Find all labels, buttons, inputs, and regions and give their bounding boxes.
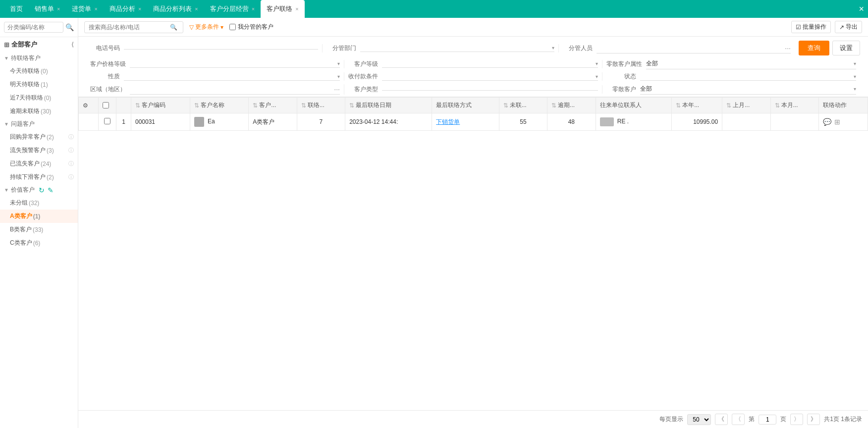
sort-icon-contacts: ⇅ [301,102,306,109]
th-name[interactable]: ⇅ 客户名称 [190,98,249,113]
chat-icon[interactable]: 💬 [823,118,831,126]
select-all-checkbox[interactable] [103,102,109,108]
td-last-month [722,113,770,131]
filter-region-select[interactable]: ··· [130,84,340,95]
nav-tab-sales[interactable]: 销售单 × [29,0,66,18]
sort-icon-level: ⇅ [253,102,258,109]
sidebar-search-input[interactable] [4,22,63,33]
sort-icon-last-month: ⇅ [726,102,731,109]
sidebar-group-pending[interactable]: ▼ 待联络客户 [0,52,78,64]
page-size-select[interactable]: 50 [687,414,711,425]
sidebar-item-churn-warning[interactable]: 流失预警客户 (3) ⓘ [0,144,78,157]
th-overdue[interactable]: ⇅ 逾期... [547,98,596,113]
td-level: A类客户 [249,113,297,131]
td-this-month [770,113,818,131]
contact-method-link[interactable]: 下销货单 [436,118,460,125]
qr-icon[interactable]: ⊞ [834,118,840,126]
region-dots-icon[interactable]: ··· [334,85,340,93]
close-all-btn[interactable]: × [859,4,864,14]
th-this-month[interactable]: ⇅ 本月... [770,98,818,113]
close-tab-product-list[interactable]: × [195,6,198,12]
export-btn[interactable]: ↗ 导出 [835,21,862,33]
th-code[interactable]: ⇅ 客户编码 [131,98,190,113]
page-input[interactable] [759,415,776,425]
filter-search-icon[interactable]: 🔍 [170,24,177,31]
nav-tab-product-analysis[interactable]: 商品分析 × [104,0,147,18]
customer-avatar [194,117,204,127]
sidebar-item-7days[interactable]: 近7天待联络 (0) [0,91,78,105]
info-icon-churn-warning: ⓘ [68,147,74,154]
filter-customer-level-select[interactable]: ▾ [382,60,598,68]
batch-ops-btn[interactable]: ☑ 批量操作 [791,21,831,33]
customer-level-arrow-icon: ▾ [596,61,598,66]
sidebar-item-c-class[interactable]: C类客户 (6) [0,236,78,250]
filter-phone-select[interactable] [124,47,318,50]
td-index: 1 [116,113,131,131]
query-btn[interactable]: 查询 [799,41,829,55]
sidebar-item-overdue[interactable]: 逾期未联络 (30) [0,105,78,118]
close-tab-customer-tier[interactable]: × [252,6,255,12]
td-this-year: 10995.00 [672,113,722,131]
sidebar-item-b-class[interactable]: B类客户 (33) [0,223,78,236]
adv-filter-row-3: 性质 ▾ 收付款条件 ▾ 状态 [86,72,860,81]
status-arrow-icon: ▾ [854,74,856,79]
filter-retail-customer-select[interactable]: 全部 ▾ [640,84,856,95]
edit-icon[interactable]: ✎ [48,186,54,194]
nav-tab-customer-tier[interactable]: 客户分层经营 × [204,0,261,18]
nav-tab-product-list[interactable]: 商品分析列表 × [147,0,204,18]
th-last-contact-method[interactable]: 最后联络方式 [432,98,499,113]
sidebar-group-value[interactable]: ▼ 价值客户 ↻ ✎ [0,184,78,196]
th-contacts[interactable]: ⇅ 联络... [297,98,345,113]
prev-page-btn[interactable]: 〈 [732,414,745,425]
nav-home[interactable]: 首页 [4,0,29,18]
row-checkbox[interactable] [104,118,110,124]
filter-manager-select[interactable]: ··· [597,43,791,54]
sidebar-item-lost[interactable]: 已流失客户 (24) ⓘ [0,157,78,170]
th-level[interactable]: ⇅ 客户... [249,98,297,113]
refresh-icon[interactable]: ↻ [39,186,45,194]
filter-nature-select[interactable]: ▾ [124,73,340,81]
next-page-btn[interactable]: 〉 [790,414,803,425]
first-page-btn[interactable]: 《 [715,414,728,425]
close-tab-sales[interactable]: × [57,6,60,12]
filter-department-select[interactable]: ▾ [360,44,554,52]
my-customers-checkbox[interactable] [229,24,236,30]
td-unit-contact: RE . [596,113,672,131]
filter-customer-type-select[interactable] [382,88,598,91]
close-tab-purchase[interactable]: × [94,6,97,12]
last-page-btn[interactable]: 》 [807,414,820,425]
filter-retail-attr-select[interactable]: 全部 ▾ [646,58,856,69]
th-this-year[interactable]: ⇅ 本年... [672,98,722,113]
manager-dots-icon[interactable]: ··· [785,44,791,52]
nav-tab-purchase[interactable]: 进货单 × [66,0,103,18]
filter-price-level-select[interactable]: ▾ [130,60,340,68]
filter-payment-select[interactable]: ▾ [382,73,598,81]
sidebar-item-today[interactable]: 今天待联络 (0) [0,64,78,78]
sidebar-collapse-btn[interactable]: ⟨ [71,41,74,48]
sidebar-item-declining[interactable]: 持续下滑客户 (2) ⓘ [0,170,78,184]
sidebar: 🔍 ⊞ 全部客户 ⟨ ▼ 待联络客户 今天待联络 (0) 明天待联络 (1) 近… [0,18,78,428]
filter-more-btn[interactable]: ▽ 更多条件 ▾ [189,23,223,31]
sidebar-item-repurchase-anomaly[interactable]: 回购异常客户 (2) ⓘ [0,130,78,144]
th-unit-contact[interactable]: 往来单位联系人 [596,98,672,113]
close-tab-product-analysis[interactable]: × [138,6,141,12]
th-last-contact-date[interactable]: ⇅ 最后联络日期 [345,98,432,113]
setting-btn[interactable]: 设置 [832,41,860,55]
filter-search-input[interactable] [89,24,168,31]
sidebar-group-problem[interactable]: ▼ 问题客户 [0,118,78,130]
table-row: 1 000031 Ea A类客户 7 [79,113,868,131]
sidebar-item-a-class[interactable]: A类客户 (1) [0,210,78,223]
sidebar-item-tomorrow[interactable]: 明天待联络 (1) [0,78,78,91]
close-tab-customer-contact[interactable]: × [295,6,298,12]
my-customers-checkbox-label[interactable]: 我分管的客户 [229,23,273,31]
settings-icon[interactable]: ⚙ [83,102,88,109]
th-last-month[interactable]: ⇅ 上月... [722,98,770,113]
nav-tab-customer-contact[interactable]: 客户联络 × [261,0,304,18]
retail-customer-arrow-icon: ▾ [854,86,856,92]
sidebar-all-customers[interactable]: ⊞ 全部客户 ⟨ [0,37,78,52]
table-container: ⚙ ⇅ 客户编码 [78,97,868,410]
filter-status-select[interactable]: ▾ [640,73,856,81]
sidebar-item-ungrouped[interactable]: 未分组 (32) [0,196,78,210]
sidebar-search-icon[interactable]: 🔍 [65,23,74,31]
th-no-contact[interactable]: ⇅ 未联... [499,98,547,113]
